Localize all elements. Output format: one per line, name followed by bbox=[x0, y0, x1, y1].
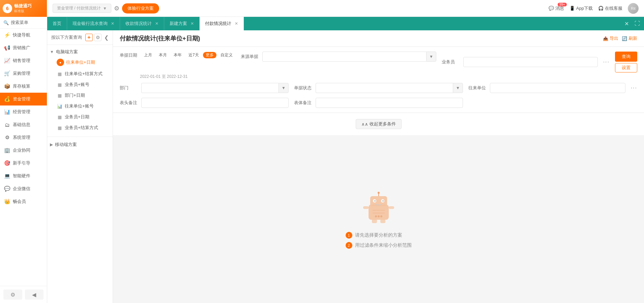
source-doc-dropdown-btn[interactable]: ▼ bbox=[426, 52, 436, 62]
sidebar-item-label: 系统管理 bbox=[13, 134, 30, 141]
mobile-expand-icon: ▶ bbox=[50, 142, 53, 147]
filter-settings-btn[interactable]: 设置 bbox=[615, 63, 637, 72]
tab-collection-close[interactable]: ✕ bbox=[155, 21, 158, 26]
date-last-month-btn[interactable]: 上月 bbox=[141, 52, 155, 59]
mobile-section-title[interactable]: ▶ 移动端方案 bbox=[47, 140, 113, 149]
tab-close-all-btn[interactable]: ✕ bbox=[622, 20, 631, 28]
plan-item-partner-account[interactable]: 📊 往来单位+账号 bbox=[47, 101, 113, 112]
collapse-more-btn[interactable]: ∧∧ 收起更多条件 bbox=[356, 119, 402, 129]
sidebar-settings-btn[interactable]: ⚙ bbox=[3, 290, 22, 300]
dept-label: 部门 bbox=[120, 85, 139, 91]
plan-item-dept-date[interactable]: ▦ 部门+日期 bbox=[47, 90, 113, 101]
sidebar-item-basic[interactable]: 🗂 基础信息 bbox=[0, 118, 47, 131]
user-avatar[interactable]: Rit bbox=[628, 3, 639, 14]
filter-section: 单据日期 上月 本月 本年 近7天 更多 自定义 bbox=[113, 47, 644, 135]
sidebar-item-sales[interactable]: 📈 销售管理 bbox=[0, 54, 47, 67]
plan-item-staff-settlement[interactable]: ▦ 业务员+结算方式 bbox=[47, 122, 113, 133]
dept-input[interactable] bbox=[141, 83, 279, 93]
tab-collection-stats[interactable]: 收款情况统计 ✕ bbox=[120, 17, 164, 30]
body-note-label: 表体备注 bbox=[294, 100, 313, 106]
source-doc-input[interactable] bbox=[262, 52, 426, 62]
empty-messages: 1 请先选择要分析的方案 2 用过滤条件来缩小分析范围 bbox=[346, 232, 412, 249]
partner-input[interactable] bbox=[490, 83, 625, 93]
avatar-text: Rit bbox=[631, 6, 635, 10]
plan-item-partner-date[interactable]: ● 往来单位+日期 bbox=[47, 56, 113, 68]
sidebar-item-hardware[interactable]: 💻 智能硬件 bbox=[0, 170, 47, 182]
sidebar-item-label: 销售管理 bbox=[13, 58, 30, 64]
header-actions: 💬 消息 99+ 📱 App下载 🎧 在线客服 Rit bbox=[549, 3, 639, 14]
sidebar-item-operation[interactable]: 📊 经营管理 bbox=[0, 105, 47, 118]
sidebar-item-capital[interactable]: 💰 资金管理 bbox=[0, 93, 47, 105]
svg-point-14 bbox=[375, 215, 377, 217]
guide-icon: 🎯 bbox=[4, 160, 10, 166]
sidebar-search[interactable]: 🔍 搜索菜单 bbox=[0, 17, 47, 29]
online-service-btn[interactable]: 🎧 在线客服 bbox=[598, 5, 622, 11]
date-last-7-days-btn[interactable]: 近7天 bbox=[186, 52, 202, 59]
sidebar-item-system[interactable]: ⚙ 系统管理 bbox=[0, 131, 47, 144]
head-note-input[interactable] bbox=[141, 98, 289, 108]
tab-payment-stats-close[interactable]: ✕ bbox=[235, 21, 238, 26]
plan-item-label: 往来单位+账号 bbox=[65, 103, 94, 109]
tab-cash-flow-close[interactable]: ✕ bbox=[111, 21, 114, 26]
sidebar-collapse-btn[interactable]: ◀ bbox=[25, 290, 44, 300]
left-panel-header: 按以下方案查询 + ⚙ ❮ bbox=[47, 30, 113, 45]
basic-icon: 🗂 bbox=[4, 122, 10, 128]
sidebar-item-purchase[interactable]: 🛒 采购管理 bbox=[0, 67, 47, 80]
left-panel-actions: + ⚙ ❮ bbox=[85, 34, 109, 41]
partner-ellipsis[interactable]: ··· bbox=[631, 85, 637, 91]
partner-filter-item: 往来单位 ··· bbox=[468, 83, 637, 93]
sidebar-item-quick-nav[interactable]: ⚡ 快捷导航 bbox=[0, 29, 47, 41]
sidebar-item-guide[interactable]: 🎯 新手引导 bbox=[0, 157, 47, 170]
empty-msg-1: 1 请先选择要分析的方案 bbox=[346, 232, 412, 239]
left-panel-collapse-btn[interactable]: ❮ bbox=[104, 34, 109, 41]
expand-icon: ⛶ bbox=[635, 21, 640, 27]
tab-expand-btn[interactable]: ⛶ bbox=[633, 20, 641, 28]
staff-input[interactable] bbox=[463, 57, 598, 67]
date-this-year-btn[interactable]: 本年 bbox=[171, 52, 184, 59]
refresh-btn[interactable]: 🔄 刷新 bbox=[622, 35, 637, 41]
trial-industry-btn[interactable]: 体验行业方案 bbox=[122, 3, 159, 13]
page-header-actions: 📤 导出 🔄 刷新 bbox=[603, 35, 637, 41]
dept-dropdown-btn[interactable]: ▼ bbox=[279, 83, 289, 93]
tab-new-plan-close[interactable]: ✕ bbox=[191, 21, 194, 26]
add-plan-btn[interactable]: + bbox=[85, 34, 93, 41]
messages-badge: 99+ bbox=[558, 3, 567, 6]
sidebar-item-enterprise[interactable]: 🏢 企业协同 bbox=[0, 144, 47, 157]
tab-payment-stats[interactable]: 付款情况统计 ✕ bbox=[200, 17, 244, 30]
top-header: 资金管理 / 付款情况统计 ▼ ⚙ 体验行业方案 💬 消息 99+ 📱 App下… bbox=[47, 0, 644, 17]
marketing-icon: 📢 bbox=[4, 45, 10, 51]
address-bar[interactable]: 资金管理 / 付款情况统计 ▼ bbox=[53, 4, 111, 13]
empty-msg-num-1: 1 bbox=[346, 232, 352, 239]
desktop-expand-icon: ▼ bbox=[50, 50, 54, 54]
export-btn[interactable]: 📤 导出 bbox=[603, 35, 618, 41]
app-download-btn[interactable]: 📱 App下载 bbox=[569, 5, 593, 11]
system-icon: ⚙ bbox=[4, 134, 10, 141]
doc-status-dropdown-btn[interactable]: ▼ bbox=[453, 83, 463, 93]
sidebar-item-marketing[interactable]: 📢 营销推广 bbox=[0, 41, 47, 54]
query-btn[interactable]: 查询 bbox=[615, 52, 637, 62]
staff-ellipsis[interactable]: ··· bbox=[603, 59, 610, 65]
plan-item-staff-account[interactable]: ▦ 业务员+账号 bbox=[47, 79, 113, 90]
date-this-month-btn[interactable]: 本月 bbox=[156, 52, 170, 59]
left-panel: 按以下方案查询 + ⚙ ❮ ▼ 电脑端方案 ● bbox=[47, 30, 113, 303]
plan-item-partner-settlement[interactable]: ▦ 往来单位+结算方式 bbox=[47, 68, 113, 79]
body-note-input[interactable] bbox=[316, 98, 463, 108]
desktop-section-title[interactable]: ▼ 电脑端方案 bbox=[47, 48, 113, 56]
plan-settings-btn[interactable]: ⚙ bbox=[94, 34, 101, 41]
tab-cash-flow[interactable]: 现金银行流水查询 ✕ bbox=[67, 17, 120, 30]
sidebar-item-member[interactable]: 👑 畅会员 bbox=[0, 195, 47, 208]
tab-home[interactable]: 首页 bbox=[47, 17, 67, 30]
plan-item-staff-date[interactable]: ▦ 业务员+日期 bbox=[47, 112, 113, 122]
staff-filter-item: 业务员 ··· 查询 设置 bbox=[442, 52, 637, 72]
date-custom-btn[interactable]: 自定义 bbox=[218, 52, 235, 59]
sidebar-item-wechat[interactable]: 💬 企业微信 bbox=[0, 182, 47, 195]
sidebar-item-inventory[interactable]: 📦 库存核算 bbox=[0, 80, 47, 93]
active-plan-dot: ● bbox=[57, 59, 64, 66]
doc-status-label: 单据状态 bbox=[294, 85, 313, 91]
messages-btn[interactable]: 💬 消息 99+ bbox=[549, 5, 564, 11]
header-settings-icon[interactable]: ⚙ bbox=[114, 5, 119, 12]
date-more-btn[interactable]: 更多 bbox=[203, 52, 216, 58]
tab-new-plan[interactable]: 新建方案 ✕ bbox=[164, 17, 200, 30]
doc-status-input[interactable] bbox=[316, 83, 453, 93]
app-logo-icon: 6 bbox=[3, 4, 12, 13]
